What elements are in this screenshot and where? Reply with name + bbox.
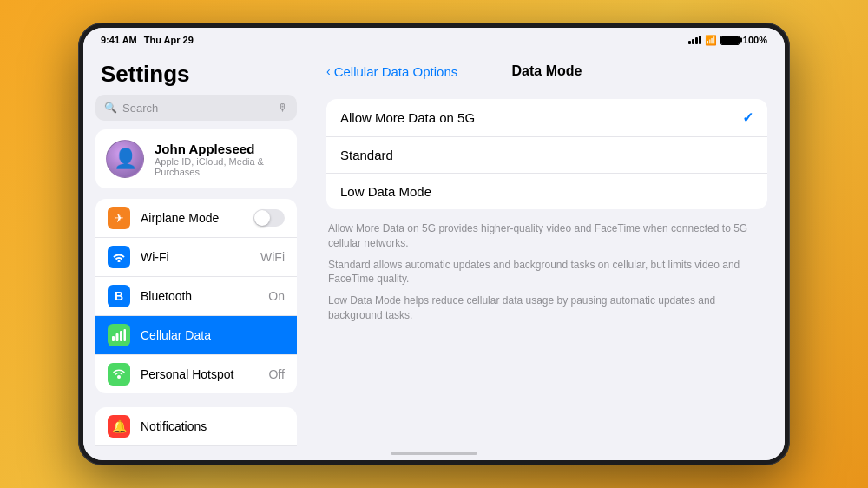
sidebar-item-bluetooth[interactable]: B Bluetooth On [95, 277, 297, 316]
settings-group-general: 🔔 Notifications 🔊 Sounds 🌙 Do Not Distur… [95, 407, 297, 446]
home-bar [391, 452, 477, 455]
bluetooth-value: On [268, 289, 285, 303]
profile-subtitle: Apple ID, iCloud, Media & Purchases [155, 156, 286, 177]
home-indicator [83, 446, 785, 460]
bluetooth-icon: B [108, 285, 130, 307]
hotspot-value: Off [269, 367, 285, 381]
cellular-icon [108, 324, 130, 346]
description-group: Allow More Data on 5G provides higher-qu… [326, 216, 767, 335]
svg-rect-0 [112, 336, 115, 341]
bluetooth-label: Bluetooth [141, 289, 258, 303]
status-right: 📶 100% [688, 35, 767, 46]
sidebar-item-airplane[interactable]: ✈ Airplane Mode [95, 199, 297, 238]
profile-name: John Appleseed [155, 142, 286, 156]
hotspot-icon [108, 363, 130, 386]
profile-info: John Appleseed Apple ID, iCloud, Media &… [155, 142, 286, 177]
sidebar-item-hotspot[interactable]: Personal Hotspot Off [95, 355, 297, 393]
battery-percent: 100% [743, 35, 767, 45]
status-left: 9:41 AM Thu Apr 29 [101, 35, 194, 45]
right-panel: ‹ Cellular Data Options Data Mode Allow … [309, 52, 785, 446]
wifi-value: WiFi [260, 250, 285, 264]
low-data-label: Low Data Mode [340, 184, 753, 199]
sidebar: Settings 🔍 Search 🎙 👤 John Appleseed [83, 52, 309, 446]
description-allow-more: Allow More Data on 5G provides higher-qu… [328, 221, 766, 251]
notifications-icon: 🔔 [108, 415, 130, 438]
avatar: 👤 [106, 140, 144, 178]
status-bar: 9:41 AM Thu Apr 29 📶 100% [83, 28, 785, 52]
search-icon: 🔍 [104, 102, 117, 114]
description-low-data: Low Data Mode helps reduce cellular data… [328, 293, 766, 323]
allow-more-checkmark: ✓ [742, 109, 753, 126]
svg-rect-3 [124, 329, 127, 341]
data-mode-content: Allow More Data on 5G ✓ Standard Low Dat… [309, 90, 785, 344]
data-mode-options: Allow More Data on 5G ✓ Standard Low Dat… [326, 99, 767, 209]
sidebar-item-cellular[interactable]: Cellular Data [95, 316, 297, 355]
cellular-label: Cellular Data [141, 328, 285, 342]
nav-header: ‹ Cellular Data Options Data Mode [309, 52, 785, 90]
time-display: 9:41 AM [101, 35, 137, 45]
svg-rect-1 [116, 333, 119, 341]
allow-more-label: Allow More Data on 5G [340, 110, 742, 125]
sidebar-item-notifications[interactable]: 🔔 Notifications [95, 407, 297, 446]
svg-point-4 [117, 375, 121, 379]
option-standard[interactable]: Standard [326, 137, 767, 174]
ipad-frame: 9:41 AM Thu Apr 29 📶 100% [78, 23, 790, 465]
back-button[interactable]: ‹ Cellular Data Options [326, 64, 457, 79]
sidebar-item-wifi[interactable]: Wi-Fi WiFi [95, 238, 297, 277]
settings-group-connectivity: ✈ Airplane Mode Wi-Fi WiFi [95, 199, 297, 393]
notifications-label: Notifications [141, 419, 285, 433]
option-low-data[interactable]: Low Data Mode [326, 174, 767, 209]
ipad-screen: 9:41 AM Thu Apr 29 📶 100% [83, 28, 785, 460]
search-placeholder: Search [122, 102, 273, 115]
profile-section[interactable]: 👤 John Appleseed Apple ID, iCloud, Media… [95, 129, 297, 188]
svg-rect-2 [120, 331, 122, 341]
search-bar[interactable]: 🔍 Search 🎙 [95, 95, 297, 121]
date-display: Thu Apr 29 [144, 35, 194, 45]
wifi-icon: 📶 [705, 35, 717, 46]
wifi-label: Wi-Fi [141, 250, 250, 264]
wifi-row-icon [108, 246, 130, 268]
group-separator-1 [83, 400, 309, 407]
page-title: Data Mode [512, 63, 582, 79]
battery-icon [720, 36, 740, 45]
airplane-toggle[interactable] [253, 209, 285, 227]
option-allow-more[interactable]: Allow More Data on 5G ✓ [326, 99, 767, 137]
standard-label: Standard [340, 148, 753, 162]
description-standard: Standard allows automatic updates and ba… [328, 258, 766, 287]
settings-title: Settings [83, 52, 309, 95]
main-content: Settings 🔍 Search 🎙 👤 John Appleseed [83, 52, 785, 446]
mic-icon: 🎙 [278, 102, 288, 114]
hotspot-label: Personal Hotspot [141, 367, 259, 381]
back-chevron-icon: ‹ [326, 64, 331, 78]
signal-icon [688, 36, 701, 44]
avatar-image: 👤 [114, 148, 137, 170]
airplane-label: Airplane Mode [141, 211, 243, 225]
airplane-icon: ✈ [108, 207, 130, 229]
back-label: Cellular Data Options [334, 64, 458, 79]
